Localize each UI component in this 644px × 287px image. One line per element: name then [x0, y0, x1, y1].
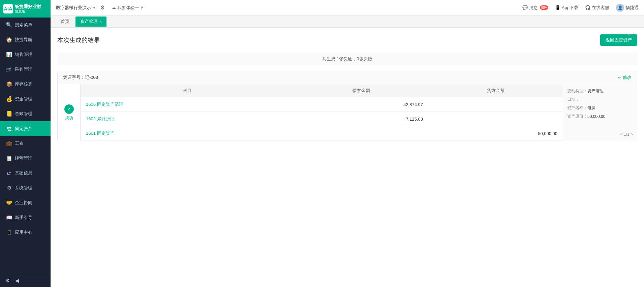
content-topright: × ⛶: [627, 32, 639, 38]
subject-1602: 1602 累计折旧: [81, 112, 294, 126]
credit-1602: [428, 112, 563, 126]
sidebar-item-fixed-assets[interactable]: 🏗 固定资产: [0, 121, 51, 136]
tab-close-icon[interactable]: ×: [100, 20, 102, 24]
edit-icon: ✏: [618, 75, 621, 80]
sidebar-item-payroll[interactable]: 💼 工资: [0, 136, 51, 151]
company-selector[interactable]: 医疗器械行业演示 ▼: [56, 5, 96, 11]
voucher-header: 凭证字号：记-003 ✏ 修改: [58, 71, 637, 84]
change-type-value: 资产清理: [587, 88, 604, 94]
sidebar-item-label: 资金管理: [15, 96, 32, 102]
sidebar-item-purchase[interactable]: 🛒 采购管理: [0, 62, 51, 77]
topbar-left: 医疗器械行业演示 ▼ ⚙ ☁ 我要体验一下: [56, 4, 519, 11]
original-value-value: 50,000.00: [587, 114, 605, 119]
user-area[interactable]: 👤 畅捷通: [616, 4, 639, 12]
app-name: 畅捷通好业财: [15, 4, 41, 9]
sidebar-item-system[interactable]: ⚙ 系统管理: [0, 181, 51, 195]
topbar-settings-icon[interactable]: ⚙: [100, 4, 105, 11]
debit-1601: [294, 126, 428, 141]
clipboard-icon: 📋: [6, 155, 12, 161]
sidebar-item-label: 销售管理: [15, 52, 32, 58]
sidebar-item-ledger[interactable]: 📒 总账管理: [0, 106, 51, 121]
app-download-button[interactable]: 📱 App下载: [555, 5, 578, 11]
sidebar-item-guide[interactable]: 📖 新手引导: [0, 210, 51, 225]
chart-icon: 📊: [6, 52, 12, 58]
credit-1606: [428, 97, 563, 112]
search-icon: 🔍: [6, 22, 12, 28]
table-row: 1602 累计折旧 7,125.03: [81, 112, 563, 126]
pagination-text: < 1/1 >: [620, 132, 633, 137]
sidebar-footer: ⚙ ◀: [0, 274, 51, 287]
topbar-right: 💬 消息 99+ 📱 App下载 🎧 在线客服 👤 畅捷通: [522, 4, 639, 12]
message-button[interactable]: 💬 消息 99+: [522, 5, 548, 11]
tab-asset-mgmt[interactable]: 资产管理 ×: [75, 17, 106, 27]
mobile-icon: 📱: [6, 229, 12, 235]
settings-footer-icon[interactable]: ⚙: [5, 278, 10, 284]
change-type-label: 变动类型：: [567, 88, 587, 94]
tab-home-label: 首页: [61, 19, 69, 25]
sidebar-item-label: 库存核算: [15, 81, 32, 87]
company-name: 医疗器械行业演示: [56, 5, 91, 11]
username: 畅捷通: [625, 5, 639, 11]
voucher-block: 凭证字号：记-003 ✏ 修改 ✓ 成功: [57, 71, 637, 141]
sidebar-item-operations[interactable]: 📋 经营管理: [0, 151, 51, 166]
sidebar: AtA 畅捷通好业财 普及版 🔍 搜索菜单 🏠 快捷导航 📊 销售管理 🛒 采购…: [0, 0, 51, 287]
original-value-label: 资产原值：: [567, 114, 587, 119]
box-icon: 📦: [6, 81, 12, 87]
sidebar-item-label: 基础信息: [15, 170, 32, 176]
side-info-pagination[interactable]: < 1/1 >: [567, 132, 633, 137]
sidebar-item-app-center[interactable]: 📱 应用中心: [0, 225, 51, 240]
sidebar-item-label: 固定资产: [15, 126, 32, 132]
online-service-label: 在线客服: [592, 5, 609, 11]
debit-1606: 42,874.97: [294, 97, 428, 112]
avatar: 👤: [616, 4, 624, 12]
experience-label: 我要体验一下: [117, 5, 144, 11]
expand-icon[interactable]: ⛶: [633, 32, 639, 38]
cloud-icon: ☁: [112, 5, 116, 10]
app-download-label: App下载: [562, 5, 578, 11]
original-value-row: 资产原值： 50,000.00: [567, 114, 633, 119]
dropdown-arrow-icon: ▼: [92, 6, 96, 10]
close-panel-icon[interactable]: ×: [627, 32, 631, 38]
nav-tabs: 首页 资产管理 ×: [51, 15, 644, 28]
side-info-panel: 变动类型： 资产清理 日期： 资产名称： 电脑 资产原值： 50,000.00: [563, 84, 637, 141]
sidebar-item-capital[interactable]: 💰 资金管理: [0, 92, 51, 106]
col-header-debit: 借方金额: [294, 84, 428, 97]
sidebar-item-inventory[interactable]: 📦 库存核算: [0, 77, 51, 92]
collapse-icon[interactable]: ◀: [15, 278, 19, 284]
message-icon: 💬: [522, 5, 528, 10]
online-service-button[interactable]: 🎧 在线客服: [585, 5, 609, 11]
experience-button[interactable]: ☁ 我要体验一下: [112, 5, 144, 11]
sidebar-item-basic-info[interactable]: 🗂 基础信息: [0, 166, 51, 181]
tab-home[interactable]: 首页: [56, 17, 74, 27]
handshake-icon: 🤝: [6, 200, 12, 206]
col-header-subject: 科目: [81, 84, 294, 97]
sidebar-nav: 🔍 搜索菜单 🏠 快捷导航 📊 销售管理 🛒 采购管理 📦 库存核算 💰 资金管…: [0, 18, 51, 274]
tab-asset-mgmt-label: 资产管理: [80, 19, 98, 25]
voucher-number: 凭证字号：记-003: [63, 74, 98, 81]
voucher-rows: ✓ 成功 科目 借方金额 贷方金额: [58, 84, 637, 141]
topbar: 医疗器械行业演示 ▼ ⚙ ☁ 我要体验一下 💬 消息 99+ 📱 App下载 🎧…: [51, 0, 644, 15]
folder-icon: 🗂: [6, 170, 12, 176]
sidebar-item-sales[interactable]: 📊 销售管理: [0, 47, 51, 62]
voucher-table: 科目 借方金额 贷方金额 1606 固定资产清理 42,874.97: [81, 84, 563, 141]
sidebar-item-enterprise[interactable]: 🤝 企业协同: [0, 195, 51, 210]
credit-1601: 50,000.00: [428, 126, 563, 141]
table-row: 1601 固定资产 50,000.00: [81, 126, 563, 141]
ledger-icon: 📒: [6, 111, 12, 117]
col-header-credit: 贷方金额: [428, 84, 563, 97]
success-label: 成功: [65, 115, 73, 121]
sidebar-item-quick-nav[interactable]: 🏠 快捷导航: [0, 32, 51, 47]
gear-icon: ⚙: [6, 185, 12, 191]
subject-1606: 1606 固定资产清理: [81, 97, 294, 112]
asset-name-label: 资产名称：: [567, 105, 587, 111]
sidebar-item-label: 采购管理: [15, 66, 32, 72]
app-download-icon: 📱: [555, 5, 560, 10]
edit-voucher-button[interactable]: ✏ 修改: [618, 74, 632, 81]
main-area: 医疗器械行业演示 ▼ ⚙ ☁ 我要体验一下 💬 消息 99+ 📱 App下载 🎧…: [51, 0, 644, 287]
message-badge: 99+: [540, 5, 548, 10]
sidebar-item-label: 经营管理: [15, 155, 32, 161]
logo-icon: AtA: [3, 4, 13, 13]
sidebar-item-label: 应用中心: [15, 229, 32, 235]
briefcase-icon: 💼: [6, 140, 12, 147]
sidebar-item-search[interactable]: 🔍 搜索菜单: [0, 18, 51, 32]
